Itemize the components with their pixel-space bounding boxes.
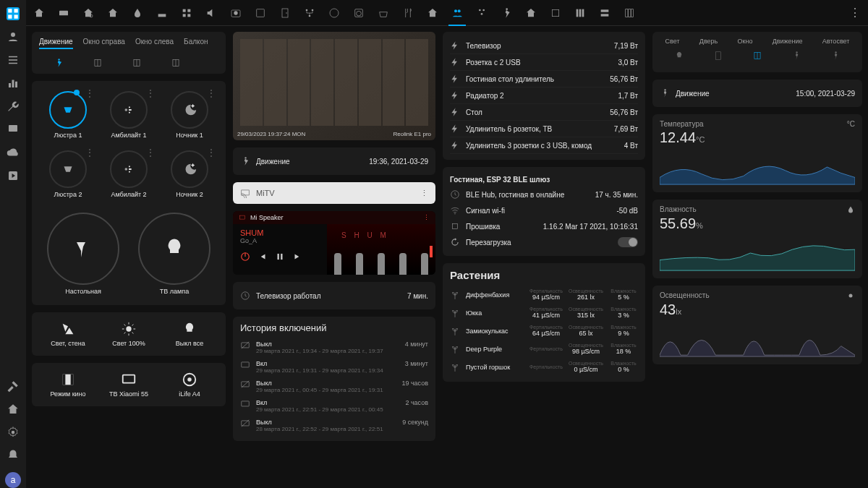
light-menu-icon[interactable]: ⋮ (85, 88, 94, 98)
nav-panel2-icon[interactable] (550, 7, 561, 19)
sensor-tab[interactable]: Окно (738, 38, 753, 45)
next-icon[interactable] (292, 252, 302, 262)
light-menu-icon[interactable]: ⋮ (146, 147, 155, 158)
nav-washer-icon[interactable] (353, 7, 365, 19)
nav-door-icon[interactable] (279, 7, 291, 19)
rail-hammer-icon[interactable] (7, 380, 20, 393)
power-row[interactable]: Стол56,76 Вт (450, 104, 638, 121)
mitv-card[interactable]: MiTV ⋮ (233, 182, 435, 204)
light-menu-icon[interactable]: ⋮ (207, 147, 216, 158)
rail-device-icon[interactable] (7, 123, 20, 136)
nav-home4-icon[interactable] (525, 7, 537, 19)
plant-row[interactable]: ЮккаФертильность41 µS/cmОсвещенность315 … (450, 304, 638, 322)
mitv-menu-icon[interactable]: ⋮ (420, 189, 428, 198)
light-1[interactable]: ⋮Амбилайт 1 (100, 87, 158, 143)
tab-motion[interactable]: Движение (39, 38, 73, 49)
rail-people-icon[interactable] (7, 30, 20, 43)
prev-icon[interactable] (258, 252, 268, 262)
nav-speaker-icon[interactable] (205, 7, 217, 19)
scene-tv-xiaomi[interactable]: ТВ Xiaomi 55 (100, 369, 158, 401)
nav-branch-icon[interactable] (304, 7, 315, 19)
pause-icon[interactable] (275, 252, 285, 262)
scene-wall-light[interactable]: Свет, стена (39, 318, 97, 350)
light-card[interactable]: Освещенность 43lx (652, 286, 862, 364)
light-2[interactable]: ⋮Ночник 1 (161, 87, 218, 143)
power-row[interactable]: Радиатор 21,7 Вт (450, 87, 638, 104)
nav-basket-icon[interactable] (378, 7, 389, 19)
light-desk[interactable]: Настольная (39, 208, 127, 299)
camera-feed[interactable]: 29/03/2023 19:37:24 MON Reolink E1 pro (233, 32, 435, 140)
nav-books-icon[interactable] (574, 7, 586, 19)
rail-dashboard-icon[interactable] (7, 7, 20, 20)
nav-server-icon[interactable] (599, 7, 610, 19)
nav-panel-icon[interactable] (255, 7, 266, 19)
rail-bell-icon[interactable] (7, 449, 20, 462)
rail-wrench-icon[interactable] (7, 100, 20, 113)
light-5[interactable]: ⋮Ночник 2 (161, 146, 218, 202)
bulb-icon[interactable] (674, 51, 684, 61)
walk-icon[interactable] (791, 51, 801, 61)
plant-row[interactable]: Пустой горшокФертильностьОсвещенность0 µ… (450, 358, 638, 376)
light-menu-icon[interactable]: ⋮ (207, 88, 216, 98)
scene-ilife[interactable]: iLife A4 (161, 369, 218, 401)
tab-window-left[interactable]: Окно слева (135, 38, 174, 49)
rail-list-icon[interactable] (7, 53, 20, 67)
sensor-tab[interactable]: Свет (665, 38, 680, 45)
nav-people-active-icon[interactable] (451, 7, 463, 19)
tab-balcony[interactable]: Балкон (184, 38, 208, 49)
nav-home2-icon[interactable] (107, 7, 119, 19)
temperature-card[interactable]: Температура°C 12.44°C (652, 114, 862, 192)
rail-home-icon[interactable] (7, 403, 20, 416)
scene-cinema[interactable]: Режим кино (39, 369, 97, 401)
nav-home3-icon[interactable] (427, 7, 438, 19)
scene-light-100[interactable]: Свет 100% (100, 318, 158, 350)
rail-cloud-icon[interactable] (7, 146, 20, 159)
light-menu-icon[interactable]: ⋮ (85, 147, 94, 158)
nav-family-icon[interactable] (476, 7, 488, 19)
power-row[interactable]: Телевизор7,19 Вт (450, 38, 638, 54)
tv-icon (121, 372, 137, 388)
sensor-tab[interactable]: Дверь (699, 38, 718, 45)
window-icon[interactable] (752, 51, 762, 61)
nav-search-home-icon[interactable] (82, 7, 94, 19)
light-3[interactable]: ⋮Люстра 2 (39, 146, 97, 202)
reboot-toggle[interactable] (618, 237, 638, 247)
nav-utensils-icon[interactable] (402, 7, 414, 19)
nav-camera-icon[interactable] (230, 7, 242, 19)
humidity-card[interactable]: Влажность 55.69% (652, 200, 862, 278)
nav-keyboard-icon[interactable] (58, 7, 69, 19)
user-avatar[interactable]: a (5, 472, 21, 488)
power-row[interactable]: Удлинитель 6 розеток, ТВ7,69 Вт (450, 121, 638, 137)
nav-water-icon[interactable] (132, 7, 143, 19)
door-icon[interactable] (713, 51, 723, 61)
nav-home-icon[interactable] (33, 7, 45, 19)
rail-play-icon[interactable] (7, 169, 20, 182)
light-0[interactable]: ⋮Люстра 1 (39, 87, 97, 143)
light-tv-lamp[interactable]: ТВ лампа (130, 208, 218, 299)
walk-icon[interactable] (830, 51, 841, 61)
power-row[interactable]: Удлинитель 3 розетки с 3 USB, комод4 Вт (450, 137, 638, 154)
nav-walk-icon[interactable] (501, 7, 512, 19)
tab-window-right[interactable]: Окно справа (83, 38, 125, 49)
scene-all-off[interactable]: Выкл все (161, 318, 218, 350)
nav-router-icon[interactable] (156, 7, 168, 19)
light-4[interactable]: ⋮Амбилайт 2 (100, 146, 158, 202)
rail-chart-icon[interactable] (7, 77, 20, 90)
light-menu-icon[interactable]: ⋮ (146, 88, 155, 98)
power-row[interactable]: Гостиная стол удлинитель56,76 Вт (450, 71, 638, 87)
nav-overflow-icon[interactable]: ⋮ (849, 6, 861, 20)
plant-row[interactable]: ДиффенбахияФертильность94 µS/cmОсвещенно… (450, 286, 638, 304)
rail-gear-icon[interactable] (7, 426, 20, 439)
power-icon[interactable] (240, 252, 250, 262)
tab-icons (39, 52, 218, 68)
gateway-row[interactable]: Перезагрузка (450, 234, 638, 250)
plant-row[interactable]: Deep PurpleФертильностьОсвещенность98 µS… (450, 340, 638, 358)
player-menu-icon[interactable]: ⋮ (423, 214, 430, 221)
plant-row[interactable]: ЗамиокулькасФертильность64 µS/cmОсвещенн… (450, 322, 638, 340)
nav-palette-icon[interactable] (328, 7, 340, 19)
nav-grid-icon[interactable] (181, 7, 192, 19)
power-row[interactable]: Розетка с 2 USB3,0 Вт (450, 54, 638, 71)
sensor-tab[interactable]: Движение (773, 38, 803, 45)
nav-columns-icon[interactable] (624, 7, 635, 19)
sensor-tab[interactable]: Автосвет (822, 38, 850, 45)
